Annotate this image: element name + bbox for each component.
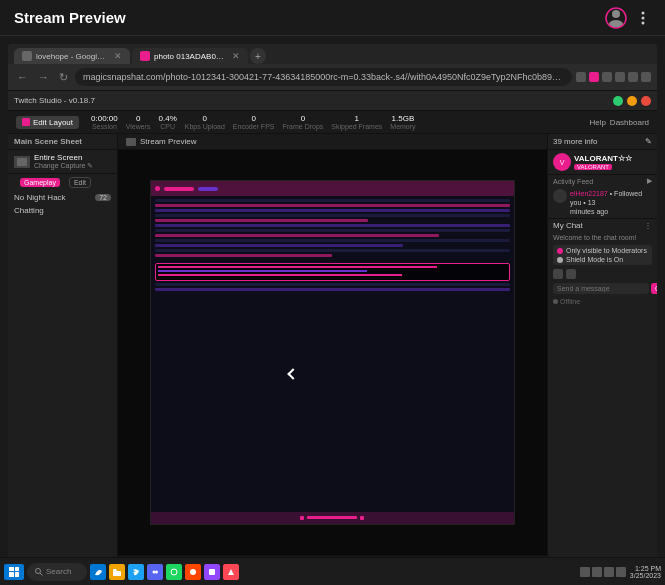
browser-toolbar-right [576, 72, 651, 82]
extension-icon-4[interactable] [615, 72, 625, 82]
preview-icon [126, 138, 136, 146]
cursor-indicator [287, 368, 298, 379]
game-info: V VALORANT☆☆ VALORANT [548, 150, 657, 174]
edit-layout-button[interactable]: Edit Layout [16, 116, 79, 129]
sys-icon-1[interactable] [580, 567, 590, 577]
extension-icon-5[interactable] [628, 72, 638, 82]
app-title: Stream Preview [14, 9, 126, 26]
svg-point-0 [612, 10, 620, 18]
menu-icon[interactable] [635, 10, 651, 26]
chat-icon-1[interactable] [553, 269, 563, 279]
browser-tab-2[interactable]: photo 013ADAB04A7 TVMM... ✕ [132, 48, 248, 64]
browser-chrome: lovehope - Google Search ✕ photo 013ADAB… [8, 44, 657, 91]
right-panel-header: 39 more info ✎ [548, 134, 657, 150]
chat-overlay [155, 263, 510, 281]
chat-icon-2[interactable] [566, 269, 576, 279]
edit-source-button[interactable]: Edit [69, 177, 91, 188]
taskbar-app-valorant[interactable] [223, 564, 239, 578]
tab2-icon [140, 51, 150, 61]
extension-icon-3[interactable] [602, 72, 612, 82]
game-overlay-top [151, 181, 514, 196]
scene-name-entire: Entire Screen [34, 153, 93, 162]
obs-right-btns: Help Dashboard [589, 118, 649, 127]
obs-title-area: Twitch Studio - v0.18.7 [14, 96, 95, 105]
browser-tab-1[interactable]: lovehope - Google Search ✕ [14, 48, 130, 64]
chat-input[interactable] [553, 283, 649, 294]
taskbar-app-twitch[interactable] [204, 564, 220, 578]
game-bar-2 [198, 187, 218, 191]
gameplay-button[interactable]: Gameplay [20, 178, 60, 187]
refresh-button[interactable]: ↻ [56, 70, 71, 85]
obs-right-panel: 39 more info ✎ V VALORANT☆☆ VALORANT Act… [547, 134, 657, 577]
extension-icon-1[interactable] [576, 72, 586, 82]
extension-icon-2[interactable] [589, 72, 599, 82]
preview-area [118, 150, 547, 555]
activity-text: elHen22187 • Followed you • 13 minutes a… [570, 189, 652, 216]
chat-settings-icon[interactable]: ⋮ [644, 221, 652, 230]
chat-header: My Chat ⋮ [548, 219, 657, 232]
no-night-hack-row: No Night Hack 72 [8, 191, 117, 204]
gameplay-source-row: Gameplay Edit [8, 174, 117, 191]
taskbar-app-1[interactable] [128, 564, 144, 578]
obs-center-panel: Stream Preview [118, 134, 547, 577]
game-bar-1 [164, 187, 194, 191]
tab2-label: photo 013ADAB04A7 TVMM... [154, 52, 224, 61]
taskbar-app-explorer[interactable] [109, 564, 125, 578]
sys-icon-4[interactable] [616, 567, 626, 577]
system-tray [580, 567, 626, 577]
offline-dot [553, 299, 558, 304]
chat-input-area: Chat [553, 283, 652, 294]
svg-point-12 [190, 569, 196, 575]
game-badge: VALORANT [574, 164, 612, 170]
chat-send-button[interactable]: Chat [651, 283, 657, 294]
help-button[interactable]: Help [589, 118, 605, 127]
maximize-button[interactable] [627, 96, 637, 106]
stat-frames: 0 Frame Drops [282, 114, 323, 130]
activity-play-icon[interactable]: ▶ [647, 177, 652, 185]
close-button[interactable] [641, 96, 651, 106]
taskbar-app-edge[interactable] [90, 564, 106, 578]
start-button[interactable] [8, 564, 24, 578]
sources-section: Gameplay Edit No Night Hack 72 Chatting [8, 173, 117, 217]
chat-welcome: Welcome to the chat room! [548, 232, 657, 243]
activity-item: elHen22187 • Followed you • 13 minutes a… [548, 187, 657, 218]
chat-icon-row [548, 267, 657, 281]
game-screen [150, 180, 515, 524]
activity-header: Activity Feed ▶ [548, 174, 657, 187]
stat-skipped: 1 Skipped Frames [331, 114, 382, 130]
chatting-item: Chatting [8, 204, 117, 217]
taskbar-app-3[interactable] [166, 564, 182, 578]
back-button[interactable]: ← [14, 70, 31, 84]
filter-dot-1 [557, 248, 563, 254]
taskbar-app-4[interactable] [185, 564, 201, 578]
scene-capture: Change Capture ✎ [34, 162, 93, 170]
browser-toolbar: ← → ↻ magicsnapshat.com/photo-1012341-30… [8, 64, 657, 90]
svg-marker-14 [228, 569, 234, 575]
sys-icon-3[interactable] [604, 567, 614, 577]
svg-point-6 [36, 568, 41, 573]
tab2-close[interactable]: ✕ [232, 51, 240, 61]
taskbar-search[interactable]: Search [27, 563, 87, 578]
tab1-close[interactable]: ✕ [114, 51, 122, 61]
svg-point-3 [642, 11, 645, 14]
new-tab-button[interactable]: + [250, 48, 266, 64]
profile-icon[interactable] [605, 7, 627, 29]
forward-button[interactable]: → [35, 70, 52, 84]
chat-section: My Chat ⋮ Welcome to the chat room! Only… [548, 218, 657, 577]
taskbar-right: 1:25 PM 3/25/2023 [580, 565, 657, 578]
sys-icon-2[interactable] [592, 567, 602, 577]
taskbar-app-2[interactable] [147, 564, 163, 578]
activity-avatar [553, 189, 567, 203]
taskbar-apps [90, 564, 577, 578]
stat-viewers: 0 Viewers [126, 114, 151, 130]
app-header: Stream Preview [0, 0, 665, 36]
stat-encoder: 0 Encoder FPS [233, 114, 275, 130]
extension-icon-6[interactable] [641, 72, 651, 82]
taskbar-clock: 1:25 PM 3/25/2023 [630, 565, 657, 578]
scene-item[interactable]: Entire Screen Change Capture ✎ [8, 150, 117, 173]
game-bottom [151, 512, 514, 524]
address-bar[interactable]: magicsnapshat.com/photo-1012341-300421-7… [75, 68, 572, 86]
tab1-label: lovehope - Google Search [36, 52, 106, 61]
dashboard-button[interactable]: Dashboard [610, 118, 649, 127]
minimize-button[interactable] [613, 96, 623, 106]
